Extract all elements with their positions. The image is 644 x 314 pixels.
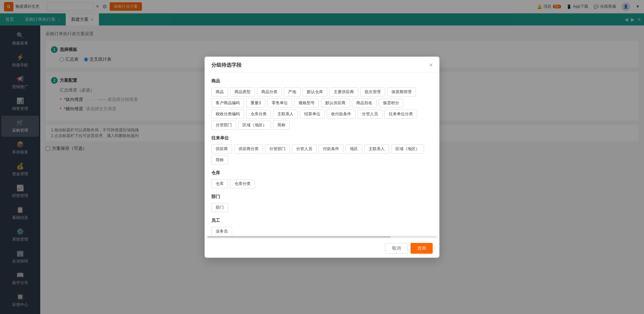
modal-overlay: 分组待选字段 × 商品 商品 商品类型 商品分类 产地 默认仓库 主要供应商 批…	[0, 0, 644, 314]
modal-title: 分组待选字段	[211, 62, 241, 68]
field-tag-goods-21[interactable]: 往来单位分类	[384, 110, 417, 119]
field-select-modal: 分组待选字段 × 商品 商品 商品类型 商品分类 产地 默认仓库 主要供应商 批…	[205, 57, 439, 258]
field-tag-dept-0[interactable]: 部门	[211, 203, 228, 212]
field-tag-goods-14[interactable]: 炼货积分	[379, 99, 404, 108]
field-tag-goods-6[interactable]: 批次管理	[360, 87, 385, 97]
field-tag-goods-17[interactable]: 主联系人	[273, 110, 298, 119]
field-tag-warehouse-0[interactable]: 仓库	[211, 179, 228, 188]
field-tag-goods-9[interactable]: 重量3	[246, 99, 265, 108]
field-tag-goods-3[interactable]: 产地	[284, 87, 301, 97]
field-tag-goods-11[interactable]: 规格型号	[294, 99, 319, 108]
field-tag-goods-15[interactable]: 税收分类编码	[211, 110, 244, 119]
field-tag-partner-2[interactable]: 分管部门	[265, 144, 290, 153]
modal-footer: 取消 查询	[205, 239, 439, 258]
field-tag-goods-18[interactable]: 结算单位	[300, 110, 325, 119]
field-tag-goods-2[interactable]: 商品分类	[257, 87, 282, 97]
section-employee-title: 员工	[211, 217, 433, 224]
partner-fields: 供应商 供应商分类 分管部门 分管人员 付款条件 地区 主联系人 区域（地区） …	[211, 144, 433, 165]
field-tag-goods-0[interactable]: 商品	[211, 87, 228, 97]
field-tag-partner-3[interactable]: 分管人员	[292, 144, 317, 153]
field-tag-partner-5[interactable]: 地区	[345, 144, 362, 153]
field-tag-goods-22[interactable]: 分管部门	[211, 121, 236, 130]
field-tag-partner-4[interactable]: 付款条件	[319, 144, 343, 153]
section-goods: 商品 商品 商品类型 商品分类 产地 默认仓库 主要供应商 批次管理 保质期管理…	[211, 78, 433, 130]
field-tag-goods-24[interactable]: 简称	[273, 121, 290, 130]
field-tag-goods-5[interactable]: 主要供应商	[329, 87, 358, 97]
field-tag-partner-7[interactable]: 区域（地区）	[391, 144, 424, 153]
section-employee: 员工 业务员	[211, 217, 433, 236]
field-tag-partner-1[interactable]: 供应商分类	[234, 144, 263, 153]
section-warehouse-title: 仓库	[211, 170, 433, 176]
field-tag-goods-16[interactable]: 仓库分类	[246, 110, 271, 119]
field-tag-warehouse-1[interactable]: 仓库分类	[230, 179, 255, 188]
field-tag-goods-7[interactable]: 保质期管理	[387, 87, 416, 97]
modal-horizontal-scrollbar[interactable]	[205, 235, 439, 238]
section-goods-title: 商品	[211, 78, 433, 84]
modal-body: 商品 商品 商品类型 商品分类 产地 默认仓库 主要供应商 批次管理 保质期管理…	[205, 73, 439, 236]
department-fields: 部门	[211, 203, 433, 212]
field-tag-goods-13[interactable]: 商品别名	[352, 99, 377, 108]
section-department-title: 部门	[211, 194, 433, 200]
warehouse-fields: 仓库 仓库分类	[211, 179, 433, 188]
confirm-button[interactable]: 查询	[411, 243, 433, 254]
field-tag-partner-8[interactable]: 简称	[211, 155, 228, 165]
field-tag-goods-4[interactable]: 默认仓库	[303, 87, 327, 97]
field-tag-emp-0[interactable]: 业务员	[211, 227, 232, 236]
modal-header: 分组待选字段 ×	[205, 57, 439, 73]
employee-fields: 业务员	[211, 227, 433, 236]
field-tag-goods-10[interactable]: 零售单位	[267, 99, 292, 108]
section-partner: 往来单位 供应商 供应商分类 分管部门 分管人员 付款条件 地区 主联系人 区域…	[211, 135, 433, 165]
field-tag-goods-20[interactable]: 分管人员	[358, 110, 382, 119]
field-tag-goods-19[interactable]: 收付款条件	[327, 110, 356, 119]
goods-fields: 商品 商品类型 商品分类 产地 默认仓库 主要供应商 批次管理 保质期管理 客户…	[211, 87, 433, 130]
section-department: 部门 部门	[211, 194, 433, 212]
field-tag-partner-6[interactable]: 主联系人	[364, 144, 389, 153]
field-tag-goods-8[interactable]: 客户商品编码	[211, 99, 244, 108]
cancel-button[interactable]: 取消	[385, 243, 408, 254]
field-tag-goods-12[interactable]: 默认供应商	[321, 99, 350, 108]
field-tag-goods-1[interactable]: 商品类型	[230, 87, 255, 97]
field-tag-goods-23[interactable]: 区域（地区）	[238, 121, 271, 130]
section-warehouse: 仓库 仓库 仓库分类	[211, 170, 433, 188]
modal-close-btn[interactable]: ×	[429, 62, 433, 68]
section-partner-title: 往来单位	[211, 135, 433, 141]
field-tag-partner-0[interactable]: 供应商	[211, 144, 232, 153]
